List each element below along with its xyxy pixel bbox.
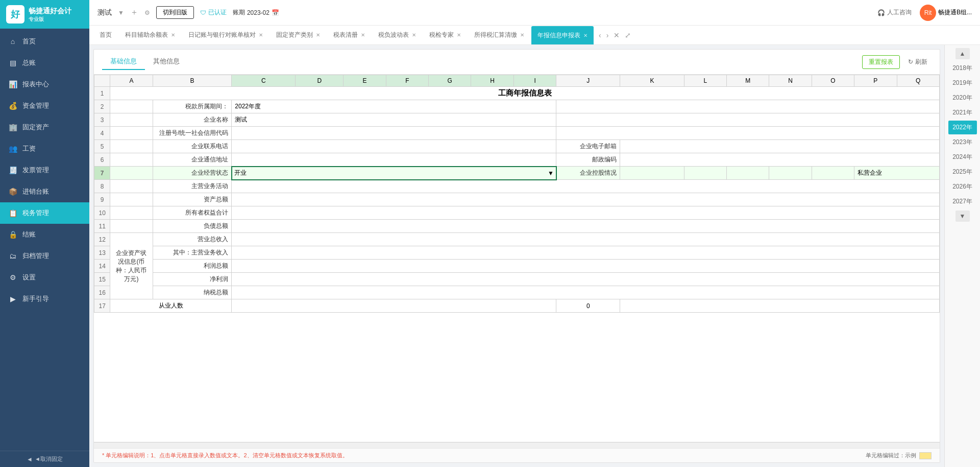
col-header-d[interactable]: D: [296, 75, 344, 87]
col-header-p[interactable]: P: [854, 75, 897, 87]
sidebar-item-fixed-assets[interactable]: 🏢 固定资产: [0, 116, 89, 138]
tabs-close-all-button[interactable]: ✕: [611, 30, 622, 40]
sidebar-item-tax[interactable]: 📋 税务管理: [0, 202, 89, 224]
sidebar-item-home[interactable]: ⌂ 首页: [0, 31, 89, 52]
tab-home[interactable]: 首页: [93, 26, 118, 44]
cell-10a[interactable]: [110, 206, 153, 220]
cell-6k[interactable]: [620, 153, 940, 167]
cell-9a[interactable]: [110, 193, 153, 206]
col-header-l[interactable]: L: [684, 75, 726, 87]
year-item-2022[interactable]: 2022年: [948, 121, 977, 134]
cell-10c[interactable]: [232, 206, 940, 220]
sidebar-item-reports[interactable]: 📊 报表中心: [0, 74, 89, 95]
cell-7o[interactable]: [812, 167, 854, 180]
col-header-h[interactable]: H: [471, 75, 513, 87]
cell-15b[interactable]: 净利润: [153, 273, 232, 286]
cell-5j[interactable]: 企业电子邮箱: [556, 140, 620, 153]
cell-6c[interactable]: [232, 153, 556, 167]
cell-12c[interactable]: [232, 233, 940, 246]
col-header-b[interactable]: B: [153, 75, 232, 87]
cell-7m[interactable]: [726, 167, 769, 180]
col-header-f[interactable]: F: [386, 75, 428, 87]
cell-17c[interactable]: [232, 299, 556, 313]
tabs-next-button[interactable]: ›: [604, 30, 611, 40]
cell-9b[interactable]: 资产总额: [153, 193, 232, 206]
cell-3a[interactable]: [110, 113, 153, 127]
year-item-2021[interactable]: 2021年: [948, 106, 977, 120]
col-header-a[interactable]: A: [110, 75, 153, 87]
tab-tax-change[interactable]: 税负波动表 ✕: [372, 26, 422, 44]
tab-close-aux-balance[interactable]: ✕: [171, 32, 175, 38]
col-header-k[interactable]: K: [620, 75, 684, 87]
cell-10b[interactable]: 所有者权益合计: [153, 206, 232, 220]
cell-8b[interactable]: 主营业务活动: [153, 180, 232, 193]
cell-14c[interactable]: [232, 260, 940, 273]
tabs-expand-button[interactable]: ⤢: [623, 30, 633, 40]
sidebar-item-funds[interactable]: 💰 资金管理: [0, 95, 89, 116]
cell-17j[interactable]: 0: [556, 299, 620, 313]
topbar-dropdown-arrow[interactable]: ▼: [118, 9, 124, 16]
year-scroll-up-button[interactable]: ▲: [955, 48, 970, 59]
cell-9c[interactable]: [232, 193, 940, 206]
col-header-g[interactable]: G: [429, 75, 471, 87]
cell-5k[interactable]: [620, 140, 940, 153]
sidebar-item-invoices[interactable]: 🧾 发票管理: [0, 159, 89, 181]
cell-4j[interactable]: [556, 127, 940, 140]
tab-income-tax[interactable]: 所得税汇算清缴 ✕: [468, 26, 530, 44]
panel-tab-other[interactable]: 其他信息: [145, 54, 188, 70]
reset-report-button[interactable]: 重置报表: [862, 55, 900, 69]
cell-3b[interactable]: 企业名称: [153, 113, 232, 127]
cell-11b[interactable]: 负债总额: [153, 220, 232, 233]
tabs-prev-button[interactable]: ‹: [597, 30, 603, 40]
cell-2a[interactable]: [110, 100, 153, 113]
cell-8c[interactable]: [232, 180, 940, 193]
switch-old-version-button[interactable]: 切到旧版: [156, 6, 194, 19]
cell-6j[interactable]: 邮政编码: [556, 153, 620, 167]
cell-14b[interactable]: 利润总额: [153, 260, 232, 273]
cell-5b[interactable]: 企业联系电话: [153, 140, 232, 153]
sidebar-item-guide[interactable]: ▶ 新手引导: [0, 288, 89, 310]
calendar-icon[interactable]: 📅: [272, 9, 279, 16]
cell-7p[interactable]: 私营企业: [854, 167, 940, 180]
col-header-e[interactable]: E: [344, 75, 386, 87]
user-menu-button[interactable]: Rit 畅捷通B组...: [920, 5, 972, 21]
sidebar-item-settings[interactable]: ⚙ 设置: [0, 267, 89, 288]
cell-2c[interactable]: 2022年度: [232, 100, 556, 113]
cell-7k[interactable]: [620, 167, 684, 180]
cell-6a[interactable]: [110, 153, 153, 167]
sidebar-item-purchase-sales[interactable]: 📦 进销台账: [0, 181, 89, 202]
cell-5c[interactable]: [232, 140, 556, 153]
year-item-2027[interactable]: 2027年: [948, 195, 977, 208]
cell-7j[interactable]: 企业控股情况: [556, 167, 620, 180]
sidebar-item-ledger[interactable]: ▤ 总账: [0, 52, 89, 74]
cell-7b[interactable]: 企业经营状态: [153, 167, 232, 180]
cell-2b[interactable]: 税款所属期间：: [153, 100, 232, 113]
cell-6b[interactable]: 企业通信地址: [153, 153, 232, 167]
cell-7l[interactable]: [684, 167, 726, 180]
cell-12a[interactable]: 企业资产状况信息(币种：人民币万元): [110, 233, 153, 299]
cell-7n[interactable]: [769, 167, 812, 180]
sidebar-collapse-button[interactable]: ◄ ◄取消固定: [0, 451, 89, 467]
panel-tab-basic[interactable]: 基础信息: [102, 54, 145, 70]
tab-close-tax-return[interactable]: ✕: [361, 32, 365, 38]
cell-11c[interactable]: [232, 220, 940, 233]
year-item-2026[interactable]: 2026年: [948, 180, 977, 194]
cell-16b[interactable]: 纳税总额: [153, 286, 232, 299]
year-item-2019[interactable]: 2019年: [948, 76, 977, 90]
tab-close-income-tax[interactable]: ✕: [520, 32, 524, 38]
col-header-j[interactable]: J: [556, 75, 620, 87]
cell-4c[interactable]: [232, 127, 556, 140]
tab-journal-bank[interactable]: 日记账与银行对账单核对 ✕: [182, 26, 269, 44]
cell-15c[interactable]: [232, 273, 940, 286]
tab-close-fixed-assets-cat[interactable]: ✕: [316, 32, 320, 38]
cell-5a[interactable]: [110, 140, 153, 153]
cell-title[interactable]: 工商年报信息表: [110, 87, 940, 100]
tab-close-tax-expert[interactable]: ✕: [457, 32, 461, 38]
col-header-q[interactable]: Q: [897, 75, 939, 87]
cell-3c[interactable]: 测试: [232, 113, 556, 127]
year-item-2018[interactable]: 2018年: [948, 61, 977, 75]
year-item-2024[interactable]: 2024年: [948, 150, 977, 164]
year-item-2020[interactable]: 2020年: [948, 91, 977, 105]
cell-7a[interactable]: [110, 167, 153, 180]
sidebar-item-payroll[interactable]: 👥 工资: [0, 138, 89, 159]
